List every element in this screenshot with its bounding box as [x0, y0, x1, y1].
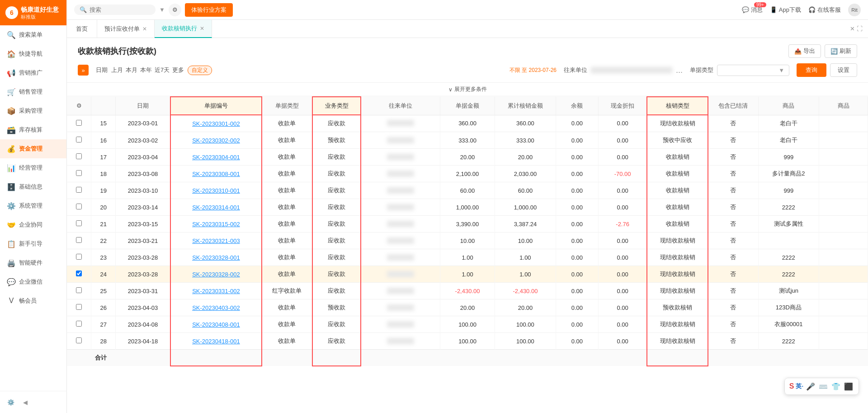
- cell-doc_no[interactable]: SK-20230418-001: [170, 333, 262, 350]
- cell-doc_no[interactable]: SK-20230308-001: [170, 166, 262, 182]
- cell-doc_no[interactable]: SK-20230315-002: [170, 216, 262, 233]
- row-checkbox[interactable]: [76, 170, 82, 176]
- col-header-verify_type: 核销类型: [647, 97, 708, 115]
- cell-doc_no[interactable]: SK-20230328-001: [170, 249, 262, 266]
- row-checkbox[interactable]: [76, 137, 82, 142]
- refresh-btn[interactable]: 🔄 刷新: [825, 44, 857, 58]
- row-checkbox[interactable]: [76, 120, 82, 126]
- cell-doc_no[interactable]: SK-20230304-001: [170, 149, 262, 166]
- topbar-user-btn[interactable]: Rit: [848, 4, 861, 16]
- date-option-更多[interactable]: 更多: [172, 66, 184, 74]
- row-checkbox[interactable]: [76, 337, 82, 343]
- more-dots[interactable]: ...: [676, 66, 683, 75]
- tab-home[interactable]: 首页: [67, 20, 97, 38]
- sidebar-item-search[interactable]: 🔍 搜索菜单: [0, 25, 66, 44]
- row-checkbox[interactable]: [76, 321, 82, 327]
- keyboard-icon[interactable]: ⌨️: [818, 381, 829, 392]
- type-filter-select[interactable]: ▼: [717, 65, 789, 76]
- grid-icon[interactable]: ⬛: [843, 381, 854, 392]
- table-row[interactable]: 282023-04-18SK-20230418-001收款单应收款 100.00…: [67, 333, 868, 350]
- table-row[interactable]: 162023-03-02SK-20230302-002收款单预收款 333.00…: [67, 132, 868, 149]
- row-checkbox[interactable]: [76, 187, 82, 193]
- sidebar-item-wechat[interactable]: 💬 企业微信: [0, 272, 66, 291]
- table-row[interactable]: 242023-03-28SK-20230328-002收款单应收款 1.001.…: [67, 266, 868, 283]
- sidebar-item-guide[interactable]: 📋 新手引导: [0, 234, 66, 253]
- topbar-search-input[interactable]: [90, 6, 144, 13]
- cell-doc_no[interactable]: SK-20230301-002: [170, 115, 262, 132]
- sidebar-item-system[interactable]: ⚙️ 系统管理: [0, 196, 66, 215]
- sidebar-item-purchase[interactable]: 📦 采购管理: [0, 101, 66, 120]
- filter-toggle-btn[interactable]: »: [78, 65, 89, 76]
- topbar-gear-btn[interactable]: ⚙: [169, 4, 181, 16]
- sidebar-item-inventory[interactable]: 🗃️ 库存核算: [0, 120, 66, 139]
- solution-btn[interactable]: 体验行业方案: [185, 3, 233, 17]
- row-checkbox[interactable]: [76, 204, 82, 209]
- shirt-icon[interactable]: 👕: [830, 381, 841, 392]
- table-row[interactable]: 262023-04-03SK-20230403-002收款单预收款 20.002…: [67, 299, 868, 316]
- sidebar-item-enterprise[interactable]: 🤝 企业协同: [0, 215, 66, 234]
- sidebar-item-operation[interactable]: 📊 经营管理: [0, 158, 66, 177]
- cell-doc_no[interactable]: SK-20230310-001: [170, 182, 262, 199]
- cell-doc_no[interactable]: SK-20230321-003: [170, 233, 262, 249]
- unit-filter-input[interactable]: [591, 67, 672, 73]
- table-row[interactable]: 252023-03-31SK-20230331-002红字收款单应收款 -2,4…: [67, 283, 868, 299]
- cell-amount: -2,430.00: [440, 283, 495, 299]
- row-checkbox[interactable]: [76, 287, 82, 293]
- sidebar-item-quicknav[interactable]: 🏠 快捷导航: [0, 44, 66, 63]
- row-checkbox[interactable]: [76, 220, 82, 226]
- cell-doc_no[interactable]: SK-20230314-001: [170, 199, 262, 216]
- topbar-message-btn[interactable]: 💬 消息 99+: [742, 6, 763, 14]
- filter-settings-btn[interactable]: 设置: [830, 63, 857, 77]
- cell-doc_no[interactable]: SK-20230331-002: [170, 283, 262, 299]
- table-row[interactable]: 152023-03-01SK-20230301-002收款单应收款 360.00…: [67, 115, 868, 132]
- query-btn[interactable]: 查询: [797, 63, 826, 77]
- tab-verify[interactable]: 收款核销执行✕: [155, 20, 212, 38]
- mic-icon[interactable]: 🎤: [805, 381, 816, 392]
- tab-prepay[interactable]: 预计应收付单✕: [97, 20, 155, 38]
- tab-close-verify[interactable]: ✕: [200, 25, 204, 32]
- maximize-icon[interactable]: ⛶: [857, 25, 863, 32]
- close-all-icon[interactable]: ✕: [850, 25, 855, 32]
- settings-icon[interactable]: ⚙️: [5, 397, 16, 408]
- cell-doc_no[interactable]: SK-20230302-002: [170, 132, 262, 149]
- date-option-近7天[interactable]: 近7天: [155, 66, 170, 74]
- sidebar-item-marketing[interactable]: 📢 营销推广: [0, 63, 66, 82]
- col-header-settings[interactable]: ⚙: [67, 97, 91, 115]
- cell-doc_no[interactable]: SK-20230408-001: [170, 316, 262, 333]
- row-checkbox[interactable]: [76, 237, 82, 243]
- cell-doc_no[interactable]: SK-20230328-002: [170, 266, 262, 283]
- cell-doc_no[interactable]: SK-20230403-002: [170, 299, 262, 316]
- cell-unit: [361, 216, 440, 233]
- date-option-本月[interactable]: 本月: [126, 66, 137, 74]
- sidebar-item-sales[interactable]: 🛒 销售管理: [0, 82, 66, 101]
- tab-close-prepay[interactable]: ✕: [142, 26, 147, 32]
- table-row[interactable]: 232023-03-28SK-20230328-001收款单应收款 1.001.…: [67, 249, 868, 266]
- table-row[interactable]: 182023-03-08SK-20230308-001收款单应收款 2,100.…: [67, 166, 868, 182]
- expand-more-btn[interactable]: ∨ 展开更多条件: [67, 83, 868, 96]
- row-checkbox[interactable]: [76, 254, 82, 260]
- table-row[interactable]: 222023-03-21SK-20230321-003收款单应收款 10.001…: [67, 233, 868, 249]
- sidebar-item-basic[interactable]: 🗄️ 基础信息: [0, 177, 66, 196]
- collapse-icon[interactable]: ◀: [20, 397, 31, 408]
- cell-no: 20: [91, 199, 116, 216]
- table-row[interactable]: 272023-04-08SK-20230408-001收款单应收款 100.00…: [67, 316, 868, 333]
- row-checkbox[interactable]: [76, 271, 82, 276]
- table-row[interactable]: 202023-03-14SK-20230314-001收款单应收款 1,000.…: [67, 199, 868, 216]
- topbar-arrow-icon[interactable]: ▼: [159, 6, 165, 13]
- row-checkbox[interactable]: [76, 153, 82, 159]
- date-option-上月[interactable]: 上月: [111, 66, 123, 74]
- topbar-search-area[interactable]: 🔍: [74, 5, 156, 15]
- sidebar-item-finance[interactable]: 💰 资金管理: [0, 139, 66, 158]
- date-custom-btn[interactable]: 自定义: [188, 66, 212, 75]
- topbar-service-btn[interactable]: 🎧 在线客服: [808, 6, 841, 14]
- table-row[interactable]: 212023-03-15SK-20230315-002收款单应收款 3,390.…: [67, 216, 868, 233]
- table-settings-icon[interactable]: ⚙: [76, 102, 82, 109]
- sidebar-item-hardware[interactable]: 🖨️ 智能硬件: [0, 253, 66, 272]
- date-option-本年[interactable]: 本年: [140, 66, 152, 74]
- topbar-app-btn[interactable]: 📱 App下载: [770, 6, 801, 14]
- export-btn[interactable]: 📤 导出: [788, 44, 821, 58]
- sidebar-item-member[interactable]: V 畅会员: [0, 291, 66, 310]
- row-checkbox[interactable]: [76, 304, 82, 310]
- table-row[interactable]: 172023-03-04SK-20230304-001收款单应收款 20.002…: [67, 149, 868, 166]
- table-row[interactable]: 192023-03-10SK-20230310-001收款单应收款 60.006…: [67, 182, 868, 199]
